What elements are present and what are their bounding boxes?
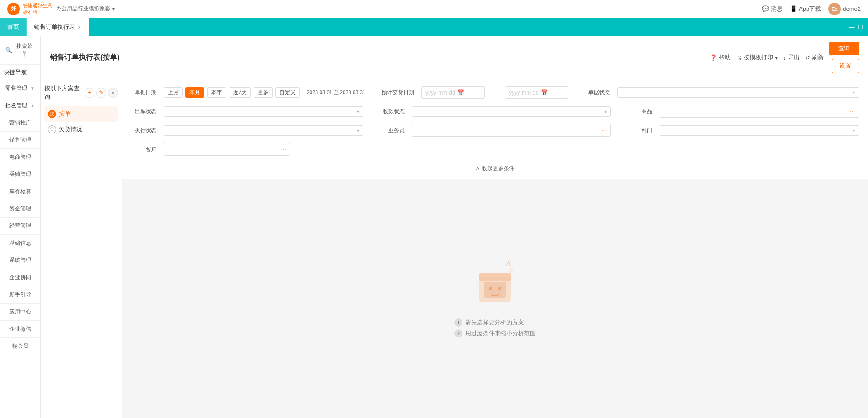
date-placeholder-start: yyyy-mm-dd bbox=[425, 90, 455, 96]
exec-status-label: 执行状态 bbox=[131, 127, 156, 134]
date-range-text: 2023-03-01 至 2023-03-31 bbox=[307, 89, 366, 96]
scheme-icon-by-order: 按 bbox=[48, 110, 56, 118]
collapse-panel-button[interactable]: « bbox=[108, 88, 118, 98]
filter-row-1: 单据日期 上月 本月 本年 近7天 更多 自定义 2023-03-01 至 20… bbox=[131, 86, 859, 99]
logo-text: 畅捷通好生意 标准版 bbox=[23, 2, 52, 15]
sidebar-item-basic[interactable]: 基础信息 bbox=[0, 235, 40, 252]
page-header: 销售订单执行表(按单) ❓ 帮助 🖨 按模板打印 ▾ ↓ 导出 ↺ 刷新 bbox=[41, 36, 868, 79]
last-7-days-btn[interactable]: 近7天 bbox=[229, 87, 251, 98]
goods-input[interactable]: ··· bbox=[660, 105, 859, 118]
refresh-button[interactable]: ↺ 刷新 bbox=[805, 53, 824, 62]
query-button[interactable]: 查询 bbox=[829, 42, 859, 55]
sidebar-search-button[interactable]: 🔍 搜索菜单 bbox=[4, 40, 37, 61]
search-icon: 🔍 bbox=[5, 47, 12, 53]
sidebar-item-wholesale[interactable]: 批发管理 ▲ bbox=[0, 97, 40, 114]
export-button[interactable]: ↓ 导出 bbox=[783, 53, 800, 62]
svg-point-4 bbox=[498, 287, 501, 290]
customer-more-icon[interactable]: ··· bbox=[281, 146, 286, 153]
this-year-btn[interactable]: 本年 bbox=[207, 87, 226, 98]
date-placeholder-end: yyyy-mm-dd bbox=[509, 90, 538, 96]
tab-sales-order[interactable]: 销售订单执行表 × bbox=[27, 18, 89, 36]
top-bar-left: 好 畅捷通好生意 标准版 办公用品行业模拟账套 ▾ bbox=[7, 2, 115, 15]
delivery-status-select[interactable]: ▾ bbox=[164, 106, 363, 117]
filter-row-2: 出库状态 ▾ 收款状态 ▾ 商品 ··· bbox=[131, 105, 859, 118]
app-download-button[interactable]: 📱 App下载 bbox=[790, 5, 821, 13]
sidebar-item-purchase[interactable]: 采购管理 bbox=[0, 166, 40, 183]
sidebar-item-ecommerce[interactable]: 电商管理 bbox=[0, 149, 40, 166]
message-button[interactable]: 💬 消息 bbox=[762, 5, 783, 13]
scheme-item-by-order[interactable]: 按 按单 bbox=[44, 106, 118, 122]
filter-row-4: 客户 ··· bbox=[131, 143, 859, 156]
sidebar-item-inventory[interactable]: 库存核算 bbox=[0, 183, 40, 200]
doc-status-select[interactable]: ▾ bbox=[617, 87, 859, 98]
left-panel-header: 按以下方案查询 + ✎ « bbox=[44, 85, 118, 101]
sidebar-item-sales[interactable]: 销售管理 bbox=[0, 132, 40, 149]
tab-close-icon[interactable]: × bbox=[78, 24, 81, 30]
last-month-btn[interactable]: 上月 bbox=[164, 87, 183, 98]
sidebar-item-apps[interactable]: 应用中心 bbox=[0, 304, 40, 321]
sidebar-item-retail[interactable]: 零售管理 ▼ bbox=[0, 80, 40, 97]
print-button[interactable]: 🖨 按模板打印 ▾ bbox=[736, 53, 778, 62]
calendar-icon-end: 📅 bbox=[541, 89, 548, 96]
sidebar-item-operations[interactable]: 经营管理 bbox=[0, 218, 40, 235]
custom-btn[interactable]: 自定义 bbox=[275, 87, 300, 98]
nav-tabs: 首页 销售订单执行表 × ─ □ bbox=[0, 18, 868, 36]
sidebar-item-wechat[interactable]: 企业微信 bbox=[0, 321, 40, 338]
empty-hints: 1 请先选择要分析的方案 2 用过滤条件来缩小分析范围 bbox=[454, 318, 536, 340]
goods-label: 商品 bbox=[627, 108, 652, 115]
sidebar-item-system[interactable]: 系统管理 bbox=[0, 252, 40, 269]
hint-2: 2 用过滤条件来缩小分析范围 bbox=[454, 329, 536, 337]
customer-input[interactable]: ··· bbox=[164, 143, 290, 156]
date-label: 单据日期 bbox=[131, 89, 156, 96]
help-button[interactable]: ❓ 帮助 bbox=[710, 53, 731, 62]
salesperson-label: 业务员 bbox=[379, 127, 405, 134]
sidebar-item-enterprise[interactable]: 企业协同 bbox=[0, 269, 40, 286]
sidebar: 🔍 搜索菜单 快捷导航 零售管理 ▼ 批发管理 ▲ 营销推广 销售管理 电商管理… bbox=[0, 36, 41, 418]
chevron-down-icon-4: ▾ bbox=[357, 128, 359, 133]
expected-delivery-start[interactable]: yyyy-mm-dd 📅 bbox=[421, 86, 485, 99]
left-panel-title: 按以下方案查询 bbox=[44, 85, 82, 101]
exec-status-select[interactable]: ▾ bbox=[164, 125, 363, 136]
chevron-down-icon: ▾ bbox=[853, 90, 855, 95]
left-panel-action-buttons: + ✎ « bbox=[85, 88, 118, 98]
maximize-button[interactable]: □ bbox=[858, 23, 863, 31]
tab-home[interactable]: 首页 bbox=[0, 18, 27, 36]
sidebar-item-finance[interactable]: 资金管理 bbox=[0, 200, 40, 218]
help-icon: ❓ bbox=[710, 54, 717, 61]
right-panel: 单据日期 上月 本月 本年 近7天 更多 自定义 2023-03-01 至 20… bbox=[122, 79, 868, 418]
dept-select[interactable]: ▾ bbox=[660, 125, 859, 136]
hint-1: 1 请先选择要分析的方案 bbox=[454, 318, 536, 327]
more-btn[interactable]: 更多 bbox=[254, 87, 273, 98]
page-body: 按以下方案查询 + ✎ « 按 按单 欠 欠货情况 bbox=[41, 79, 868, 418]
collection-status-label: 收款状态 bbox=[379, 108, 405, 115]
sidebar-search-area: 🔍 搜索菜单 bbox=[0, 36, 40, 65]
sidebar-item-member[interactable]: 畅会员 bbox=[0, 338, 40, 355]
minimize-button[interactable]: ─ bbox=[849, 23, 854, 31]
logo-area: 好 畅捷通好生意 标准版 bbox=[7, 2, 52, 15]
breadcrumb: 办公用品行业模拟账套 ▾ bbox=[56, 5, 115, 13]
edit-scheme-button[interactable]: ✎ bbox=[96, 88, 106, 98]
salesperson-input[interactable]: ··· bbox=[412, 124, 611, 137]
customer-label: 客户 bbox=[131, 146, 156, 153]
top-bar: 好 畅捷通好生意 标准版 办公用品行业模拟账套 ▾ 💬 消息 📱 App下载 E… bbox=[0, 0, 868, 18]
sidebar-item-marketing[interactable]: 营销推广 bbox=[0, 114, 40, 132]
message-icon: 💬 bbox=[762, 5, 769, 12]
export-icon: ↓ bbox=[783, 54, 787, 61]
this-month-btn[interactable]: 本月 bbox=[185, 87, 204, 98]
content-area: 销售订单执行表(按单) ❓ 帮助 🖨 按模板打印 ▾ ↓ 导出 ↺ 刷新 bbox=[41, 36, 868, 418]
sidebar-item-guide[interactable]: 新手引导 bbox=[0, 286, 40, 304]
expected-delivery-end[interactable]: yyyy-mm-dd 📅 bbox=[505, 86, 568, 99]
user-menu[interactable]: Ea demo2 bbox=[828, 3, 861, 15]
goods-more-icon[interactable]: ··· bbox=[849, 108, 855, 115]
collection-status-select[interactable]: ▾ bbox=[412, 106, 611, 117]
salesperson-more-icon[interactable]: ··· bbox=[602, 127, 607, 134]
left-panel: 按以下方案查询 + ✎ « 按 按单 欠 欠货情况 bbox=[41, 79, 122, 418]
scheme-item-shortage[interactable]: 欠 欠货情况 bbox=[44, 122, 118, 137]
collapse-filter-button[interactable]: ∧ 收起更多条件 bbox=[131, 162, 859, 175]
empty-state: 1 请先选择要分析的方案 2 用过滤条件来缩小分析范围 bbox=[122, 179, 868, 418]
settings-button[interactable]: 设置 bbox=[832, 59, 859, 73]
chevron-down-icon-3: ▾ bbox=[604, 109, 607, 114]
sidebar-item-shortcut[interactable]: 快捷导航 bbox=[0, 65, 40, 80]
add-scheme-button[interactable]: + bbox=[85, 88, 94, 98]
svg-point-5 bbox=[509, 268, 513, 273]
